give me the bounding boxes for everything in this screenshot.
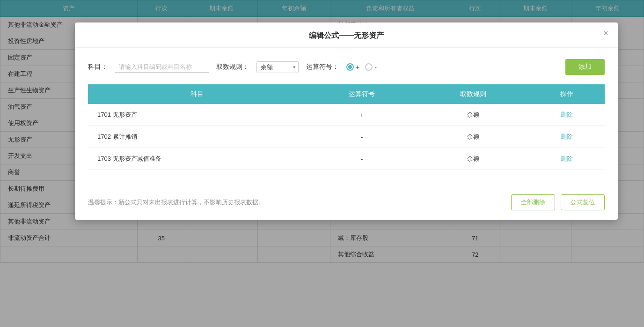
th-rule: 取数规则 bbox=[417, 84, 529, 104]
edit-formula-modal: 编辑公式——无形资产 × 科目： 取数规则： 余额 运算符号： + bbox=[75, 22, 618, 220]
operator-label: 运算符号： bbox=[306, 63, 339, 71]
delete-button-1[interactable]: 删除 bbox=[561, 133, 573, 140]
modal-title: 编辑公式——无形资产 bbox=[309, 31, 384, 39]
subject-input[interactable] bbox=[115, 61, 209, 73]
close-button[interactable]: × bbox=[603, 29, 608, 37]
radio-minus-label: - bbox=[374, 63, 377, 71]
footer-hint: 温馨提示：新公式只对未出报表进行计算，不影响历史报表数据。 bbox=[88, 198, 264, 207]
rule-label: 取数规则： bbox=[216, 63, 249, 71]
formula-subject-0: 1701 无形资产 bbox=[88, 104, 306, 126]
formula-row-2: 1703 无形资产减值准备 - 余额 删除 bbox=[88, 148, 605, 170]
th-action: 操作 bbox=[529, 84, 605, 104]
th-subject: 科目 bbox=[88, 84, 306, 104]
formula-row-0: 1701 无形资产 + 余额 删除 bbox=[88, 104, 605, 126]
formula-action-2: 删除 bbox=[529, 148, 605, 170]
formula-operator-1: - bbox=[306, 126, 417, 148]
radio-minus-circle bbox=[365, 63, 373, 71]
formula-operator-0: + bbox=[306, 104, 417, 126]
radio-minus[interactable]: - bbox=[365, 63, 377, 71]
formula-operator-2: - bbox=[306, 148, 417, 170]
table-header-row: 科目 运算符号 取数规则 操作 bbox=[88, 84, 605, 104]
radio-plus[interactable]: + bbox=[346, 63, 359, 71]
formula-form: 科目： 取数规则： 余额 运算符号： + - 添加 bbox=[88, 59, 605, 75]
formula-table: 科目 运算符号 取数规则 操作 1701 无形资产 + 余额 删除 1702 累… bbox=[88, 84, 605, 170]
formula-rule-2: 余额 bbox=[417, 148, 529, 170]
add-button[interactable]: 添加 bbox=[565, 59, 605, 75]
formula-row-1: 1702 累计摊销 - 余额 删除 bbox=[88, 126, 605, 148]
modal-header: 编辑公式——无形资产 × bbox=[75, 22, 618, 48]
modal-footer: 温馨提示：新公式只对未出报表进行计算，不影响历史报表数据。 全部删除 公式复位 bbox=[75, 189, 618, 220]
reset-button[interactable]: 公式复位 bbox=[561, 194, 605, 210]
formula-action-0: 删除 bbox=[529, 104, 605, 126]
formula-action-1: 删除 bbox=[529, 126, 605, 148]
footer-buttons: 全部删除 公式复位 bbox=[511, 194, 605, 210]
delete-all-button[interactable]: 全部删除 bbox=[511, 194, 555, 210]
operator-radio-group: + - bbox=[346, 63, 377, 71]
rule-select-wrapper[interactable]: 余额 bbox=[256, 61, 299, 73]
formula-rule-1: 余额 bbox=[417, 126, 529, 148]
formula-rule-0: 余额 bbox=[417, 104, 529, 126]
formula-subject-2: 1703 无形资产减值准备 bbox=[88, 148, 306, 170]
formula-subject-1: 1702 累计摊销 bbox=[88, 126, 306, 148]
rule-select[interactable]: 余额 bbox=[256, 61, 299, 73]
subject-label: 科目： bbox=[88, 63, 108, 71]
radio-plus-label: + bbox=[356, 63, 359, 71]
modal-body: 科目： 取数规则： 余额 运算符号： + - 添加 bbox=[75, 48, 618, 189]
delete-button-2[interactable]: 删除 bbox=[561, 155, 573, 162]
th-operator: 运算符号 bbox=[306, 84, 417, 104]
delete-button-0[interactable]: 删除 bbox=[561, 111, 573, 118]
radio-plus-circle bbox=[346, 63, 354, 71]
